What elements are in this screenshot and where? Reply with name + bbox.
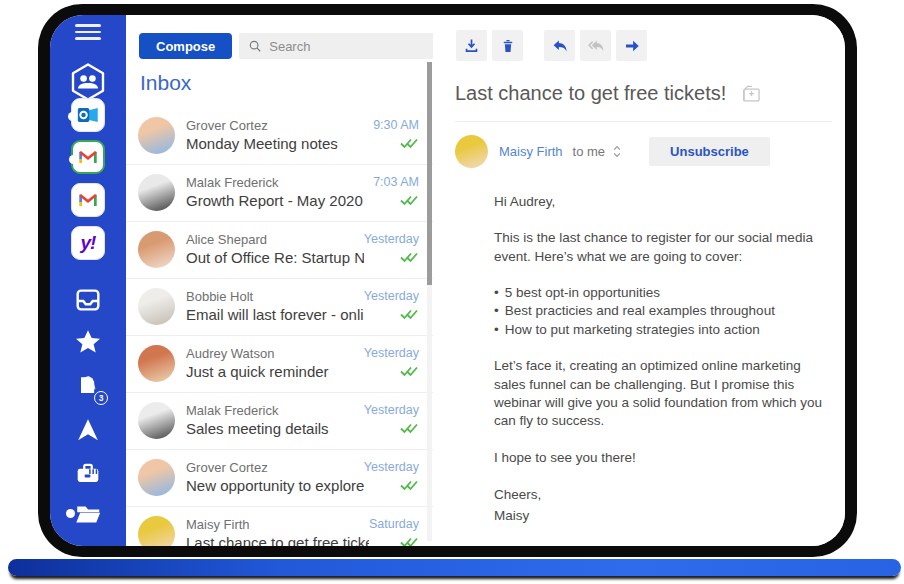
- download-button[interactable]: [456, 30, 487, 61]
- active-dot: [68, 112, 77, 121]
- active-dot: [69, 155, 78, 164]
- app-window: y!: [50, 15, 845, 546]
- laptop-base: [8, 559, 901, 576]
- search-input[interactable]: [269, 39, 445, 54]
- yahoo-icon[interactable]: y!: [71, 226, 105, 260]
- sender-avatar: [455, 135, 488, 168]
- avatar: [138, 117, 175, 154]
- sidebar: y!: [50, 15, 126, 546]
- briefcase-icon[interactable]: [70, 455, 106, 491]
- avatar: [138, 174, 175, 211]
- reading-pane: Last chance to get free tickets! Maisy F…: [433, 15, 845, 546]
- menu-icon[interactable]: [75, 24, 101, 40]
- avatar: [138, 402, 175, 439]
- email-sender: Grover Cortez: [186, 459, 364, 476]
- forward-button[interactable]: [616, 30, 647, 61]
- outlook-icon[interactable]: [71, 98, 105, 132]
- email-time: Yesterday: [364, 231, 419, 248]
- read-receipt-icon: [400, 422, 419, 434]
- email-subject: Growth Report - May 2020: [186, 191, 373, 211]
- reply-icon: [551, 37, 569, 55]
- email-list-item[interactable]: Malak Frederick Growth Report - May 2020…: [126, 165, 433, 222]
- message-toolbar: [456, 30, 845, 61]
- avatar: [138, 516, 175, 546]
- email-subject: Last chance to get free tickets!: [186, 533, 369, 546]
- email-list-item[interactable]: Bobbie Holt Email will last forever - on…: [126, 279, 433, 336]
- email-list-item[interactable]: Maisy Firth Last chance to get free tick…: [126, 507, 433, 546]
- details-expander[interactable]: [612, 144, 622, 159]
- email-subject: Just a quick reminder: [186, 362, 364, 382]
- reply-button[interactable]: [544, 30, 575, 61]
- body-greeting: Hi Audrey,: [494, 193, 832, 211]
- divider: [455, 121, 832, 122]
- star-icon[interactable]: [70, 324, 106, 360]
- bullet-item: How to put marketing strategies into act…: [494, 321, 832, 339]
- avatar: [138, 345, 175, 382]
- avatar: [138, 231, 175, 268]
- download-icon: [463, 37, 480, 54]
- copies-icon[interactable]: 3: [70, 367, 106, 403]
- search-icon: [248, 39, 262, 53]
- scrollbar-thumb[interactable]: [427, 62, 432, 285]
- body-outro: I hope to see you there!: [494, 449, 832, 467]
- body-paragraph: Let’s face it, creating an optimized onl…: [494, 357, 832, 430]
- folder-plus-icon[interactable]: [741, 84, 762, 103]
- delete-button[interactable]: [492, 30, 523, 61]
- email-list-item[interactable]: Grover Cortez Monday Meeting notes 9:30 …: [126, 108, 433, 165]
- email-list-panel: Compose Inbox: [126, 15, 433, 546]
- gmail-icon[interactable]: [71, 183, 105, 217]
- trash-icon: [500, 38, 516, 54]
- email-sender: Malak Frederick: [186, 174, 373, 191]
- email-list-item[interactable]: Audrey Watson Just a quick reminder Yest…: [126, 336, 433, 393]
- email-list-item[interactable]: Grover Cortez New opportunity to explore…: [126, 450, 433, 507]
- recipient-label: to me: [573, 144, 606, 159]
- email-list-item[interactable]: Alice Shepard Out of Office Re: Startup …: [126, 222, 433, 279]
- read-receipt-icon: [400, 251, 419, 263]
- page-title: Inbox: [140, 71, 433, 95]
- bullet-item: Best practicies and real examples throug…: [494, 302, 832, 320]
- read-receipt-icon: [400, 479, 419, 491]
- email-subject: Sales meeting details: [186, 419, 364, 439]
- bullet-item: 5 best opt-in opportunities: [494, 284, 832, 302]
- email-time: Yesterday: [364, 402, 419, 419]
- email-subject: Out of Office Re: Startup New...: [186, 248, 364, 268]
- body-signature: Cheers, Maisy: [494, 485, 832, 527]
- message-body: Hi Audrey, This is the last chance to re…: [494, 193, 832, 527]
- avatar: [138, 288, 175, 325]
- email-list-item[interactable]: Malak Frederick Sales meeting details Ye…: [126, 393, 433, 450]
- email-time: Yesterday: [364, 288, 419, 305]
- email-time: Saturday: [369, 516, 419, 533]
- active-dot: [66, 509, 75, 518]
- body-bullets: 5 best opt-in opportunities Best practic…: [494, 284, 832, 339]
- email-time: 9:30 AM: [373, 117, 419, 134]
- email-list: Grover Cortez Monday Meeting notes 9:30 …: [126, 108, 433, 546]
- reply-all-button[interactable]: [580, 30, 611, 61]
- reply-all-icon: [587, 37, 605, 55]
- email-subject: Monday Meeting notes: [186, 134, 373, 154]
- email-sender: Grover Cortez: [186, 117, 373, 134]
- unsubscribe-button[interactable]: Unsubscribe: [649, 137, 770, 166]
- email-sender: Maisy Firth: [186, 516, 369, 533]
- inbox-tray-icon[interactable]: [70, 282, 106, 318]
- email-time: Yesterday: [364, 345, 419, 362]
- device-frame: y!: [38, 4, 857, 557]
- chevron-updown-icon: [612, 144, 622, 159]
- email-sender: Malak Frederick: [186, 402, 364, 419]
- read-receipt-icon: [400, 308, 419, 320]
- sender-name[interactable]: Maisy Firth: [499, 144, 563, 159]
- navigate-icon[interactable]: [70, 412, 106, 448]
- page: y!: [0, 0, 904, 584]
- email-sender: Alice Shepard: [186, 231, 364, 248]
- read-receipt-icon: [400, 365, 419, 377]
- email-time: 7:03 AM: [373, 174, 419, 191]
- folder-open-icon[interactable]: [70, 495, 106, 531]
- avatar: [138, 459, 175, 496]
- email-subject: New opportunity to explore: [186, 476, 364, 496]
- gmail-icon-active[interactable]: [71, 140, 105, 174]
- email-subject: Email will last forever - online...: [186, 305, 364, 325]
- compose-button[interactable]: Compose: [139, 33, 232, 59]
- email-sender: Bobbie Holt: [186, 288, 364, 305]
- email-time: Yesterday: [364, 459, 419, 476]
- forward-icon: [623, 37, 641, 55]
- read-receipt-icon: [400, 194, 419, 206]
